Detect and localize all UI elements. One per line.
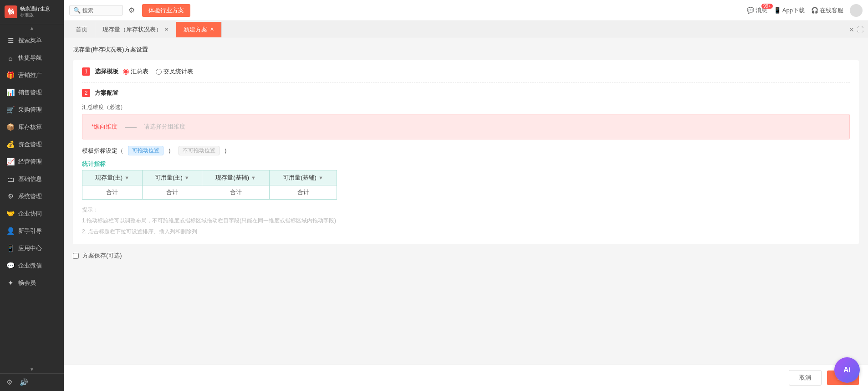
user-icon: 👤 <box>6 227 15 235</box>
dimension-arrow: —— <box>125 123 137 130</box>
close-inventory-status-icon[interactable]: ✕ <box>164 26 168 32</box>
search-box[interactable]: 🔍 <box>69 5 123 15</box>
col-header-present-main[interactable]: 现存量(主) ▼ <box>82 170 143 185</box>
col-header-available-main[interactable]: 可用量(主) ▼ <box>142 170 202 185</box>
sidebar-item-label: 企业微信 <box>18 262 42 270</box>
tab-inventory-status[interactable]: 现存量（库存状况表） ✕ <box>95 22 176 37</box>
sidebar-item-marketing[interactable]: 🎁 营销推广 <box>0 67 64 84</box>
page-title: 现存量(库存状况表)方案设置 <box>73 46 859 54</box>
sidebar-item-operations[interactable]: 📈 经营管理 <box>0 153 64 170</box>
step1-label: 选择模板 <box>95 67 118 76</box>
col-available-main-label: 可用量(主) <box>155 174 183 182</box>
close-panel-button[interactable]: ✕ <box>849 26 854 33</box>
tip-1: 1.拖动标题栏可以调整布局，不可跨维度或指标区域拖动栏目字段(只能在同一维度或指… <box>82 215 850 226</box>
sidebar-item-purchase[interactable]: 🛒 采购管理 <box>0 101 64 118</box>
sidebar-scroll-up[interactable]: ▲ <box>0 24 64 32</box>
col-present-main-dropdown[interactable]: ▼ <box>124 175 129 180</box>
indicator-setting-mid: ） <box>168 147 174 155</box>
step1-badge: 1 <box>82 67 90 76</box>
col-header-available-aux[interactable]: 可用量(基辅) ▼ <box>270 170 337 185</box>
radio-cross-input[interactable] <box>156 69 162 75</box>
sidebar-scroll-down[interactable]: ▼ <box>0 365 64 373</box>
sidebar-item-label: 营销推广 <box>18 71 42 79</box>
radio-cross[interactable]: 交叉统计表 <box>156 67 193 76</box>
topbar-right: 💬 消息 99+ 📱 App下载 🎧 在线客服 <box>747 4 863 17</box>
save-scheme-row: 方案保存(可选) <box>73 252 859 260</box>
tab-home-label: 首页 <box>76 26 87 34</box>
online-service-action[interactable]: 🎧 在线客服 <box>811 6 843 15</box>
expand-panel-button[interactable]: ⛶ <box>857 26 863 33</box>
app-download-action[interactable]: 📱 App下载 <box>774 6 805 15</box>
cell-available-aux-sub: 合计 <box>270 185 337 200</box>
ai-label: Ai <box>843 366 851 374</box>
trial-button[interactable]: 体验行业方案 <box>142 4 190 17</box>
sidebar-item-cooperation[interactable]: 🤝 企业协同 <box>0 205 64 222</box>
mobile-icon: 📱 <box>6 244 15 252</box>
tab-new-scheme[interactable]: 新建方案 ✕ <box>176 22 222 37</box>
gear-icon: ⚙ <box>6 192 15 201</box>
dimension-placeholder: 请选择分组维度 <box>144 123 185 131</box>
sidebar-item-app-center[interactable]: 📱 应用中心 <box>0 240 64 257</box>
search-menu-icon: ☰ <box>6 36 15 45</box>
search-input[interactable] <box>82 7 119 14</box>
message-badge: 99+ <box>761 4 773 9</box>
chat-icon: 💬 <box>6 262 15 270</box>
sidebar-item-search-menu[interactable]: ☰ 搜索菜单 <box>0 32 64 49</box>
star-icon: ✦ <box>6 279 15 287</box>
settings-footer-icon[interactable]: ⚙ <box>6 378 12 386</box>
tab-home[interactable]: 首页 <box>68 22 95 37</box>
col-present-main-label: 现存量(主) <box>95 174 123 182</box>
col-available-main-dropdown[interactable]: ▼ <box>184 175 189 180</box>
sidebar-item-label: 搜索菜单 <box>18 36 42 45</box>
sidebar-item-system[interactable]: ⚙ 系统管理 <box>0 188 64 205</box>
tab-new-scheme-label: 新建方案 <box>184 26 207 34</box>
col-header-present-aux[interactable]: 现存量(基辅) ▼ <box>202 170 270 185</box>
sidebar-item-finance[interactable]: 💰 资金管理 <box>0 136 64 153</box>
col-available-aux-dropdown[interactable]: ▼ <box>318 175 323 180</box>
tips-title: 提示： <box>82 206 98 213</box>
template-radio-group: 汇总表 交叉统计表 <box>123 67 193 76</box>
cancel-button[interactable]: 取消 <box>789 370 822 386</box>
close-new-scheme-icon[interactable]: ✕ <box>210 26 214 32</box>
topbar-settings-icon[interactable]: ⚙ <box>128 6 135 15</box>
content-area: 现存量(库存状况表)方案设置 1 选择模板 汇总表 交叉统计表 <box>64 38 868 364</box>
dimension-box[interactable]: *纵向维度 —— 请选择分组维度 <box>82 114 850 139</box>
indicator-table: 现存量(主) ▼ 可用量(主) ▼ 现存量(基辅 <box>82 170 337 200</box>
user-avatar[interactable] <box>850 4 863 17</box>
headset-icon: 🎧 <box>811 7 818 14</box>
sidebar-item-sales[interactable]: 📊 销售管理 <box>0 84 64 101</box>
save-scheme-label: 方案保存(可选) <box>82 252 122 260</box>
sidebar-item-inventory[interactable]: 📦 库存核算 <box>0 118 64 136</box>
sidebar-item-quick-nav[interactable]: ⌂ 快捷导航 <box>0 49 64 67</box>
message-action[interactable]: 💬 消息 99+ <box>747 6 767 15</box>
tabs-bar: 首页 现存量（库存状况表） ✕ 新建方案 ✕ ✕ ⛶ <box>64 21 868 38</box>
sidebar: 畅 畅康通好生意 标准版 ▲ ☰ 搜索菜单 ⌂ 快捷导航 🎁 营销推广 📊 销售… <box>0 0 64 391</box>
sidebar-item-label: 企业协同 <box>18 210 42 218</box>
topbar: 🔍 ⚙ 体验行业方案 💬 消息 99+ 📱 App下载 🎧 在线客服 <box>64 0 868 21</box>
indicator-setting-label: 模板指标设定（ <box>82 147 123 155</box>
save-scheme-checkbox[interactable] <box>73 253 79 259</box>
sidebar-item-label: 系统管理 <box>18 192 42 201</box>
sidebar-item-enterprise-wechat[interactable]: 💬 企业微信 <box>0 257 64 274</box>
sidebar-item-label: 新手引导 <box>18 227 42 235</box>
sidebar-item-label: 资金管理 <box>18 140 42 149</box>
brand-header: 畅 畅康通好生意 标准版 <box>0 0 64 24</box>
sidebar-item-label: 快捷导航 <box>18 54 42 62</box>
col-present-aux-label: 现存量(基辅) <box>215 174 249 182</box>
sidebar-item-newcomer[interactable]: 👤 新手引导 <box>0 222 64 240</box>
brand-name: 畅康通好生意 <box>20 5 50 12</box>
radio-summary-input[interactable] <box>123 69 129 75</box>
gift-icon: 🎁 <box>6 71 15 79</box>
sidebar-item-label: 畅会员 <box>18 279 36 287</box>
tips-section: 提示： 1.拖动标题栏可以调整布局，不可跨维度或指标区域拖动栏目字段(只能在同一… <box>82 204 850 237</box>
ai-float-button[interactable]: Ai <box>834 357 860 383</box>
col-present-aux-dropdown[interactable]: ▼ <box>251 175 256 180</box>
app-download-label: App下载 <box>782 6 805 15</box>
sidebar-item-basic-info[interactable]: 🗃 基础信息 <box>0 170 64 188</box>
speaker-footer-icon[interactable]: 🔊 <box>20 378 28 386</box>
step2-badge: 2 <box>82 89 90 97</box>
radio-summary[interactable]: 汇总表 <box>123 67 148 76</box>
table-row-subtotal: 合计 合计 合计 合计 <box>82 185 337 200</box>
sidebar-item-member[interactable]: ✦ 畅会员 <box>0 274 64 292</box>
radio-cross-label: 交叉统计表 <box>163 67 193 76</box>
